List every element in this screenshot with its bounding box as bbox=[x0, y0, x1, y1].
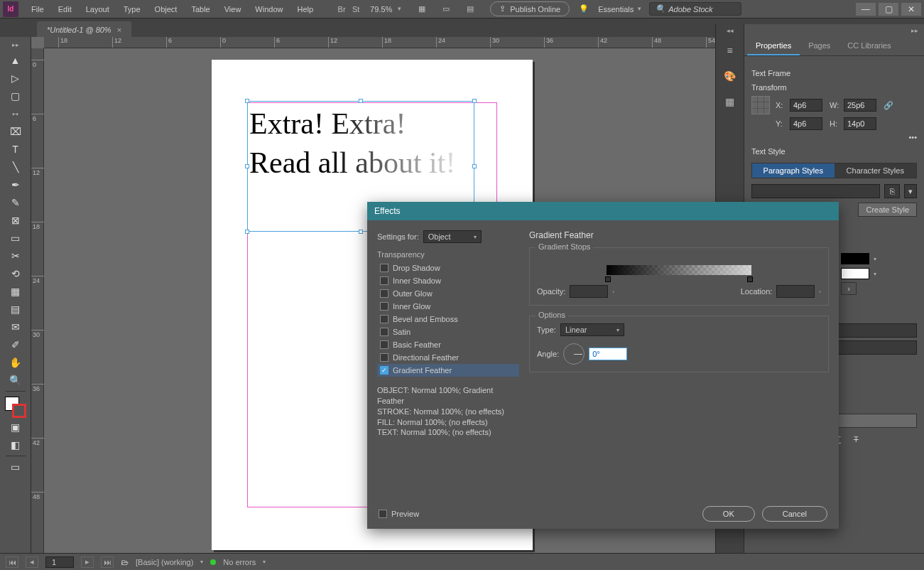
settings-for-select[interactable]: Object▾ bbox=[423, 230, 482, 243]
preview-checkbox[interactable] bbox=[379, 510, 387, 518]
content-collector-tool[interactable]: ⌧ bbox=[7, 123, 24, 140]
menu-table[interactable]: Table bbox=[184, 2, 217, 16]
checkbox[interactable] bbox=[380, 340, 388, 349]
formatting-container-icon[interactable]: ▣ bbox=[7, 419, 24, 436]
checkbox[interactable]: ✓ bbox=[380, 366, 388, 375]
collapse-panel-icon[interactable]: ▸▸ bbox=[911, 27, 918, 34]
effect-drop-shadow[interactable]: Drop Shadow bbox=[377, 262, 519, 274]
handle-tm[interactable] bbox=[359, 99, 363, 103]
effect-outer-glow[interactable]: Outer Glow bbox=[377, 287, 519, 300]
gap-tool[interactable]: ↔ bbox=[7, 105, 24, 122]
x-input[interactable] bbox=[790, 99, 822, 112]
new-style-icon[interactable]: ⎘ bbox=[884, 184, 900, 198]
publish-online-button[interactable]: ⇪ Publish Online bbox=[490, 1, 570, 16]
h-input[interactable] bbox=[844, 117, 876, 130]
w-input[interactable] bbox=[844, 99, 876, 112]
selection-tool[interactable]: ▲ bbox=[7, 52, 24, 69]
effect-directional-feather[interactable]: Directional Feather bbox=[377, 351, 519, 364]
type-select[interactable]: Linear▾ bbox=[560, 323, 624, 336]
stroke-options-icon[interactable]: › bbox=[841, 282, 857, 295]
free-transform-tool[interactable]: ⟲ bbox=[7, 265, 24, 282]
zoom-tool[interactable]: 🔍 bbox=[7, 372, 24, 389]
document-text[interactable]: Extra! Extra! Read all about it! bbox=[248, 102, 474, 185]
maximize-button[interactable]: ▢ bbox=[879, 3, 898, 16]
gradient-feather-tool[interactable]: ▤ bbox=[7, 301, 24, 318]
effect-bevel-emboss[interactable]: Bevel and Emboss bbox=[377, 313, 519, 326]
line-tool[interactable]: ╲ bbox=[7, 158, 24, 176]
opacity-input[interactable] bbox=[570, 285, 608, 298]
handle-tl[interactable] bbox=[245, 99, 249, 103]
open-panel-icon[interactable]: 🗁 bbox=[121, 558, 129, 566]
workspace-selector[interactable]: Essentials▼ bbox=[598, 5, 642, 14]
menu-help[interactable]: Help bbox=[290, 2, 320, 16]
cancel-button[interactable]: Cancel bbox=[762, 506, 827, 522]
menu-object[interactable]: Object bbox=[148, 2, 185, 16]
eyedropper-tool[interactable]: ✐ bbox=[7, 336, 24, 353]
tab-properties[interactable]: Properties bbox=[747, 37, 800, 55]
hand-tool[interactable]: ✋ bbox=[7, 354, 24, 371]
gradient-ramp[interactable] bbox=[607, 265, 751, 275]
strikethrough-icon[interactable]: T bbox=[854, 435, 859, 444]
effect-gradient-feather[interactable]: ✓Gradient Feather bbox=[377, 364, 519, 377]
effect-inner-shadow[interactable]: Inner Shadow bbox=[377, 274, 519, 287]
character-styles-tab[interactable]: Character Styles bbox=[835, 163, 917, 178]
transparency-label[interactable]: Transparency bbox=[377, 250, 519, 259]
stock-search[interactable]: 🔍 Adobe Stock bbox=[649, 2, 741, 16]
constrain-icon[interactable]: 🔗 bbox=[884, 101, 898, 110]
menu-file[interactable]: File bbox=[24, 2, 51, 16]
rectangle-frame-tool[interactable]: ⊠ bbox=[7, 212, 24, 229]
more-options-icon[interactable]: ••• bbox=[751, 133, 917, 141]
page-tool[interactable]: ▢ bbox=[7, 87, 24, 104]
prev-page-button[interactable]: ◂ bbox=[26, 556, 38, 568]
menu-type[interactable]: Type bbox=[116, 2, 148, 16]
type-tool[interactable]: T bbox=[7, 141, 24, 158]
menu-layout[interactable]: Layout bbox=[79, 2, 116, 16]
effect-inner-glow[interactable]: Inner Glow bbox=[377, 300, 519, 313]
arrange-icon[interactable]: ▤ bbox=[463, 2, 477, 16]
angle-dial[interactable] bbox=[563, 343, 585, 365]
checkbox[interactable] bbox=[380, 353, 388, 362]
checkbox[interactable] bbox=[380, 315, 388, 323]
screen-mode-icon[interactable]: ▭ bbox=[439, 2, 453, 16]
effect-basic-feather[interactable]: Basic Feather bbox=[377, 338, 519, 351]
style-dropdown[interactable]: ▾ bbox=[904, 184, 917, 198]
pencil-tool[interactable]: ✎ bbox=[7, 194, 24, 211]
close-button[interactable]: ✕ bbox=[901, 3, 921, 16]
checkbox[interactable] bbox=[380, 276, 388, 285]
bridge-icon[interactable]: Br bbox=[335, 2, 349, 16]
angle-input[interactable] bbox=[589, 348, 627, 360]
first-page-button[interactable]: ⏮ bbox=[6, 556, 18, 568]
location-input[interactable] bbox=[776, 285, 815, 298]
next-page-button[interactable]: ▸ bbox=[81, 556, 94, 568]
view-options-icon[interactable]: ▦ bbox=[415, 2, 429, 16]
document-tab[interactable]: *Untitled-1 @ 80% × bbox=[37, 21, 131, 38]
last-page-button[interactable]: ⏭ bbox=[101, 556, 114, 568]
pen-tool[interactable]: ✒ bbox=[7, 176, 24, 193]
effect-satin[interactable]: Satin bbox=[377, 326, 519, 338]
handle-bm[interactable] bbox=[359, 230, 363, 234]
tab-pages[interactable]: Pages bbox=[800, 37, 839, 55]
checkbox[interactable] bbox=[380, 264, 388, 272]
handle-ml[interactable] bbox=[245, 164, 249, 168]
paragraph-styles-tab[interactable]: Paragraph Styles bbox=[752, 163, 835, 178]
create-style-button[interactable]: Create Style bbox=[858, 203, 917, 217]
preflight-label[interactable]: No errors bbox=[223, 558, 256, 566]
handle-mr[interactable] bbox=[472, 164, 477, 168]
handle-bl[interactable] bbox=[245, 230, 249, 234]
handle-tr[interactable] bbox=[472, 99, 477, 103]
swatches-icon[interactable]: ▦ bbox=[721, 92, 739, 111]
collapse-tools-icon[interactable]: ▸▸ bbox=[12, 41, 19, 48]
tab-cc-libraries[interactable]: CC Libraries bbox=[839, 37, 899, 55]
ok-button[interactable]: OK bbox=[702, 506, 755, 522]
reference-point[interactable] bbox=[751, 96, 770, 114]
close-tab-icon[interactable]: × bbox=[117, 26, 121, 34]
style-selector[interactable] bbox=[751, 184, 880, 198]
gradient-stop-start[interactable] bbox=[605, 276, 611, 282]
cc-libraries-icon[interactable]: ≡ bbox=[721, 41, 739, 60]
color-icon[interactable]: 🎨 bbox=[721, 67, 739, 85]
checkbox[interactable] bbox=[380, 289, 388, 298]
stroke-swatch-display[interactable] bbox=[841, 268, 869, 279]
minimize-button[interactable]: — bbox=[856, 3, 876, 16]
help-bulb-icon[interactable]: 💡 bbox=[577, 2, 591, 16]
rectangle-tool[interactable]: ▭ bbox=[7, 230, 24, 247]
